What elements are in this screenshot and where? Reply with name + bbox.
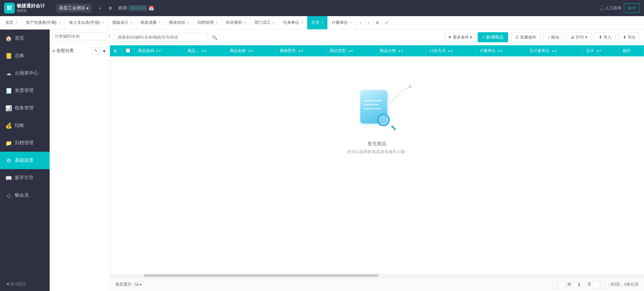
batch-operation-button[interactable]: ☑ 批量操作 [511, 33, 541, 42]
tab-close-icon[interactable]: × [216, 21, 218, 25]
export-button[interactable]: ⬇ 导出 [619, 33, 640, 42]
page-number-input[interactable] [573, 281, 586, 288]
tab-balance-sheet[interactable]: 资产负债表(中期) × [22, 16, 65, 30]
category-label: 全部分类 [56, 48, 74, 54]
tab-close-icon[interactable]: × [130, 21, 132, 25]
tab-next-button[interactable]: › [364, 16, 372, 30]
sidebar-item-basic-settings[interactable]: ⚙ 基础设置 [0, 152, 50, 169]
tab-inventory[interactable]: 存货 × [307, 16, 328, 30]
sidebar-item-cloud-report[interactable]: ☁ 云报表中心 [0, 64, 50, 82]
th-main-count[interactable]: 主计 ▲▼ [582, 45, 619, 56]
period-value[interactable]: 2023-03 [128, 5, 147, 11]
tab-label: 期末结转 [169, 20, 185, 26]
tab-tax-table[interactable]: 税表清册 × [137, 16, 165, 30]
category-actions: ✎ ◀ [92, 47, 107, 54]
empty-state: 暂无商品 您可以选择新增,或者直接导入哦~ [110, 56, 644, 182]
th-barcode[interactable]: 商品条码 ▲▼ [134, 45, 184, 56]
category-edit-button[interactable]: ✎ [92, 47, 99, 54]
select-all-checkbox[interactable] [126, 48, 130, 53]
move-button[interactable]: ↕ 移动 [543, 33, 564, 42]
th-settings[interactable]: ⚙ [110, 45, 122, 56]
tab-transaction-unit[interactable]: 往来单位 × [279, 16, 308, 30]
tab-homepage[interactable]: 首页 × [1, 16, 22, 30]
last-page-button[interactable]: ⟩⟩ [601, 281, 609, 288]
check-icon: ☑ [515, 35, 519, 40]
tab-subject-init[interactable]: 科目期初 × [222, 16, 251, 30]
tab-income-statement[interactable]: 收入支出表(年报) × [65, 16, 108, 30]
sidebar-item-member[interactable]: ◇ 畅会员 [0, 187, 50, 204]
search-button[interactable]: 🔍 [210, 33, 219, 42]
sidebar-item-ledger[interactable]: 📒 总账 [0, 47, 50, 64]
sort-icon: ▲▼ [448, 50, 453, 52]
add-product-button[interactable]: + 新增商品 [478, 32, 508, 42]
sidebar-label: 归档管理 [15, 140, 34, 146]
th-checkbox[interactable] [122, 45, 134, 56]
company-selector[interactable]: 基层工会测试 ▾ [56, 4, 92, 12]
tab-close-icon[interactable]: × [59, 21, 61, 25]
th-main-unit[interactable]: 主计量单位 ▲▼ [526, 45, 582, 56]
first-page-button[interactable]: ⟨⟨ [550, 281, 557, 288]
sidebar-item-tax[interactable]: 📊 税务管理 [0, 99, 50, 117]
panel-collapse-button[interactable]: ◀ [100, 47, 107, 54]
tab-template-design[interactable]: 模版设计 × [108, 16, 137, 30]
tab-close-icon[interactable]: × [301, 21, 303, 25]
tab-unit-measure[interactable]: 计量单位 × [328, 16, 356, 30]
tab-close-icon[interactable]: × [15, 21, 17, 25]
per-page-dropdown[interactable]: 50 ▾ [133, 281, 143, 288]
calendar-icon[interactable]: 📅 [149, 6, 154, 11]
tab-close-icon[interactable]: × [187, 21, 189, 25]
th-unit[interactable]: 计量单位 ▲▼ [476, 45, 526, 56]
tab-dept-staff[interactable]: 部门员工 × [251, 16, 279, 30]
sidebar-label: 税务管理 [15, 105, 34, 111]
tab-close-icon[interactable]: × [102, 21, 104, 25]
tab-close-icon[interactable]: × [159, 21, 161, 25]
sort-icon: ▲▼ [248, 50, 254, 52]
page-suffix: 页 [587, 282, 591, 287]
category-search-input[interactable] [52, 32, 107, 40]
tab-close-all-button[interactable]: ✕ [372, 16, 382, 30]
sidebar-item-home[interactable]: 🏠 首页 [0, 30, 50, 47]
all-categories-item[interactable]: ⊞ 全部分类 ✎ ◀ [52, 46, 107, 55]
tab-close-icon[interactable]: × [273, 21, 275, 25]
tab-prev-button[interactable]: ‹ [356, 16, 364, 30]
horizontal-scrollbar[interactable] [110, 274, 644, 278]
th-product-type[interactable]: 商品类型 ▲▼ [326, 45, 376, 56]
tab-close-icon[interactable]: × [350, 21, 352, 25]
th-product-name[interactable]: 商品名称 ▲▼ [226, 45, 276, 56]
import-button[interactable]: ⬆ 导入 [594, 33, 616, 42]
tab-period-carry[interactable]: 期末结转 × [165, 16, 194, 30]
prev-page-button[interactable]: ‹ [558, 281, 566, 288]
sidebar-item-invoice[interactable]: 🧾 发票管理 [0, 82, 50, 99]
filter-label: 更多条件 [453, 35, 469, 40]
tab-expand-button[interactable]: ⤢ [382, 16, 390, 30]
cancel-fixed-label: ◀ 取消固定 [5, 281, 26, 287]
th-product-code[interactable]: 商品... ▲▼ [184, 45, 226, 56]
print-button[interactable]: 🖨 打印 ▾ [566, 33, 592, 42]
per-page-label: 每页显示 [115, 282, 131, 287]
th-spec[interactable]: 规格型号 ▲▼ [276, 45, 326, 56]
cancel-fixed-button[interactable]: ◀ 取消固定 [0, 277, 50, 291]
tab-archive[interactable]: 归档管理 × [194, 16, 222, 30]
sidebar-item-settle[interactable]: 💰 结账 [0, 117, 50, 134]
settings-button[interactable]: ⚙ [106, 4, 114, 12]
right-panel: 🔍 ▼ 更多条件 ▾ + 新增商品 ☑ 批量操作 [110, 30, 644, 291]
sidebar-item-archive[interactable]: 📁 归档管理 [0, 134, 50, 152]
product-search-input[interactable] [114, 33, 208, 42]
scroll-thumb[interactable] [144, 274, 378, 277]
account-button[interactable]: 会计 [624, 3, 640, 13]
more-filter-button[interactable]: ▼ 更多条件 ▾ [445, 33, 475, 42]
tab-close-icon[interactable]: × [321, 21, 323, 25]
tab-close-icon[interactable]: × [244, 21, 246, 25]
sidebar-item-guide[interactable]: 📖 新手引导 [0, 169, 50, 187]
next-page-button[interactable]: › [593, 281, 600, 288]
add-tab-button[interactable]: + [97, 4, 104, 12]
sidebar-label: 基础设置 [15, 157, 34, 163]
magnifier-circle [377, 113, 390, 126]
export-icon: ⬇ [623, 35, 626, 40]
th-category[interactable]: 商品分类 ▲▼ [376, 45, 426, 56]
sidebar-label: 新手引导 [15, 175, 34, 181]
category-expand-icon: ⊞ [52, 49, 55, 53]
service-button[interactable]: 🎧 人工咨询 [599, 5, 621, 11]
top-bar-actions: + ⚙ [97, 4, 114, 12]
th-pricing[interactable]: 计价方式 ▲▼ [426, 45, 476, 56]
